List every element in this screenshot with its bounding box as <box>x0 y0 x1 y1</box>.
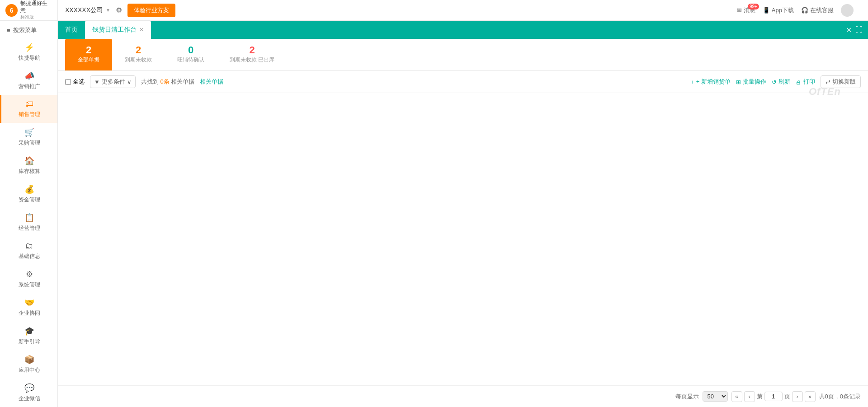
related-link[interactable]: 相关单据 <box>200 78 223 86</box>
found-text: 共找到 0条 相关单据 <box>141 78 194 86</box>
company-dropdown-icon: ▼ <box>106 8 110 13</box>
content-area: 2 全部单据 2 到期未收款 0 旺铺待确认 2 到期未收款 已出库 全选 <box>58 39 868 407</box>
stat-tab-all[interactable]: 2 全部单据 <box>65 39 112 70</box>
experience-button[interactable]: 体验行业方案 <box>127 4 175 17</box>
avatar[interactable] <box>841 4 854 17</box>
company-name: XXXXXX公司 <box>65 6 103 14</box>
page-total: 共0页，0条记录 <box>819 393 861 401</box>
message-icon: ✉ <box>737 7 742 14</box>
select-all-checkbox[interactable]: 全选 <box>65 78 85 86</box>
page-first-button[interactable]: « <box>731 391 742 402</box>
select-all-label: 全选 <box>73 78 85 86</box>
management-label: 经营管理 <box>19 225 40 232</box>
logo-icon: 6 <box>5 4 18 17</box>
online-service-area[interactable]: 🎧 在线客服 <box>801 6 834 14</box>
refresh-button[interactable]: ↺ 刷新 <box>772 78 790 86</box>
stat-tab-wangpu[interactable]: 0 旺铺待确认 <box>165 39 217 70</box>
guide-icon: 🎓 <box>24 326 34 336</box>
app-download-icon: 📱 <box>763 7 770 14</box>
sidebar-item-wechat[interactable]: 💬 企业微信 <box>0 379 57 407</box>
switch-version-button[interactable]: ⇄ 切换新版 <box>821 75 861 88</box>
sidebar-item-purchase[interactable]: 🛒 采购管理 <box>0 123 57 151</box>
stat-tab-overdue[interactable]: 2 到期未收款 <box>112 39 165 70</box>
batch-operation-button[interactable]: ⊞ 批量操作 <box>736 78 766 86</box>
filter-icon: ▼ <box>94 79 100 85</box>
finance-icon: 💰 <box>24 184 34 194</box>
select-all-input[interactable] <box>65 79 71 85</box>
tab-collapse-icon[interactable]: ✕ <box>846 26 852 34</box>
switch-icon: ⇄ <box>826 79 830 85</box>
header-right: ✉ 消息 99+ 📱 App下载 🎧 在线客服 <box>737 4 861 17</box>
filter-dropdown-icon: ∨ <box>127 79 132 85</box>
app-download-area[interactable]: 📱 App下载 <box>763 6 794 14</box>
tab-expand-icon[interactable]: ⛶ <box>855 26 863 34</box>
sidebar-item-quick-nav[interactable]: ⚡ 快捷导航 <box>0 38 57 66</box>
stat-tab-shipped[interactable]: 2 到期未收款 已出库 <box>217 39 287 70</box>
stat-all-number: 2 <box>86 44 91 56</box>
basic-info-label: 基础信息 <box>19 253 40 260</box>
logo-text-area: 畅捷通好生意 标准版 <box>20 0 52 20</box>
tab-bar: 首页 钱货日清工作台 ✕ ✕ ⛶ <box>58 21 868 39</box>
settings-icon[interactable]: ⚙ <box>116 6 122 14</box>
tab-workbench-label: 钱货日清工作台 <box>92 26 137 34</box>
refresh-label: 刷新 <box>778 78 790 86</box>
stat-overdue-number: 2 <box>136 44 141 56</box>
company-selector[interactable]: XXXXXX公司 ▼ <box>65 6 110 14</box>
page-label-suffix: 页 <box>784 393 790 401</box>
print-button[interactable]: 🖨 打印 <box>796 78 815 86</box>
sidebar-item-system[interactable]: ⚙ 系统管理 <box>0 265 57 293</box>
sidebar-item-finance[interactable]: 💰 资金管理 <box>0 180 57 208</box>
purchase-label: 采购管理 <box>19 139 40 147</box>
wechat-label: 企业微信 <box>19 395 40 402</box>
finance-label: 资金管理 <box>19 196 40 204</box>
sales-icon: 🏷 <box>25 99 33 109</box>
sidebar-item-sales[interactable]: 🏷 销售管理 <box>0 95 57 123</box>
page-input[interactable] <box>764 392 783 401</box>
batch-label: 批量操作 <box>743 78 766 86</box>
stat-all-label: 全部单据 <box>78 56 99 64</box>
top-header: XXXXXX公司 ▼ ⚙ 体验行业方案 ✉ 消息 99+ 📱 App下载 🎧 在… <box>58 0 868 21</box>
basic-info-icon: 🗂 <box>25 241 33 251</box>
sidebar-item-enterprise[interactable]: 🤝 企业协同 <box>0 293 57 322</box>
stat-wangpu-number: 0 <box>188 44 193 56</box>
add-sales-order-button[interactable]: + + 新增销货单 <box>691 78 731 86</box>
stat-overdue-label: 到期未收款 <box>125 56 152 64</box>
sidebar-search[interactable]: ≡ 搜索菜单 <box>0 23 57 38</box>
add-label: + 新增销货单 <box>696 78 731 86</box>
enterprise-label: 企业协同 <box>19 309 40 317</box>
page-navigation: « ‹ 第 页 › » <box>731 391 816 402</box>
sidebar-item-management[interactable]: 📋 经营管理 <box>0 208 57 237</box>
sidebar-item-basic-info[interactable]: 🗂 基础信息 <box>0 237 57 265</box>
stat-shipped-label: 到期未收款 已出库 <box>230 56 274 64</box>
switch-label: 切换新版 <box>832 78 856 86</box>
toolbar: 全选 ▼ 更多条件 ∨ 共找到 0条 相关单据 相关单据 + + 新增销货单 <box>58 71 868 93</box>
page-last-button[interactable]: » <box>805 391 816 402</box>
page-num-label: 第 <box>757 393 763 401</box>
toolbar-left: 全选 ▼ 更多条件 ∨ 共找到 0条 相关单据 相关单据 <box>65 75 223 88</box>
page-size-select[interactable]: 50 10 20 100 <box>703 391 728 402</box>
page-prev-button[interactable]: ‹ <box>744 391 755 402</box>
app-center-label: 应用中心 <box>19 366 40 374</box>
toolbar-right: + + 新增销货单 ⊞ 批量操作 ↺ 刷新 🖨 打印 ⇄ 切换新版 <box>691 75 861 88</box>
filter-button[interactable]: ▼ 更多条件 ∨ <box>90 75 136 88</box>
message-area[interactable]: ✉ 消息 99+ <box>737 6 755 14</box>
header-left: XXXXXX公司 ▼ ⚙ 体验行业方案 <box>65 4 175 17</box>
tab-workbench[interactable]: 钱货日清工作台 ✕ <box>85 21 151 39</box>
sidebar-item-marketing[interactable]: 📣 营销推广 <box>0 66 57 95</box>
sidebar: 6 畅捷通好生意 标准版 ≡ 搜索菜单 ⚡ 快捷导航 📣 营销推广 🏷 销售管理… <box>0 0 58 407</box>
print-label: 打印 <box>803 78 815 86</box>
tab-close-icon[interactable]: ✕ <box>139 27 144 33</box>
tab-home-label: 首页 <box>65 26 78 34</box>
enterprise-icon: 🤝 <box>24 298 34 308</box>
sidebar-item-app-center[interactable]: 📦 应用中心 <box>0 350 57 379</box>
tab-home[interactable]: 首页 <box>58 21 85 39</box>
quick-nav-icon: ⚡ <box>24 42 34 52</box>
inventory-label: 库存核算 <box>19 168 40 175</box>
quick-nav-label: 快捷导航 <box>19 54 40 62</box>
sidebar-item-inventory[interactable]: 🏠 库存核算 <box>0 151 57 180</box>
system-icon: ⚙ <box>26 269 33 279</box>
page-size-label: 每页显示 <box>675 393 699 401</box>
stats-tabs: 2 全部单据 2 到期未收款 0 旺铺待确认 2 到期未收款 已出库 <box>58 39 868 71</box>
sidebar-item-guide[interactable]: 🎓 新手引导 <box>0 322 57 350</box>
page-next-button[interactable]: › <box>792 391 803 402</box>
